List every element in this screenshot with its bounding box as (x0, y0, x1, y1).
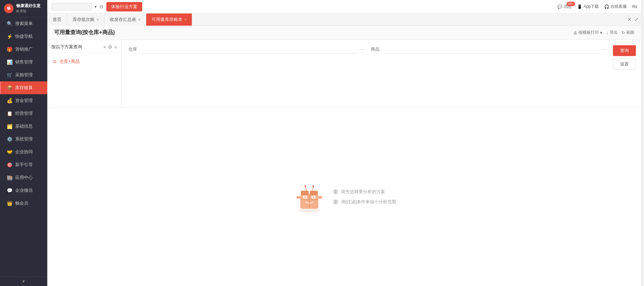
refresh-label: 刷新 (626, 30, 635, 35)
sidebar-item-icon-search: 🔍 (6, 21, 12, 26)
tip-num-2: 2 (333, 199, 338, 205)
topbar-message-btn[interactable]: 💬 消息 99+ (557, 4, 572, 9)
sidebar: 畅 畅康通好生意 标准版 🔍 搜索菜单 ⚡ 快捷导航 🎁 营销推广 📊 销售管理… (0, 0, 47, 286)
message-badge: 99+ (567, 2, 575, 6)
tab-batch-label: 库存批次账 (73, 17, 95, 23)
tab-summary[interactable]: 收发存汇总表 × (104, 14, 146, 26)
sidebar-item-inventory[interactable]: 📦 库存核算 (0, 81, 47, 94)
sidebar-item-search[interactable]: 🔍 搜索菜单 (0, 17, 47, 30)
tab-available[interactable]: 可用量库存账本 × (146, 14, 192, 26)
sidebar-item-icon-enterprise: 🤝 (6, 149, 12, 155)
topbar-industry-button[interactable]: 体验行业方案 (106, 2, 142, 11)
empty-tips: 1 请先选择要分析的方案 2 用[过滤]条件来缩小分析范围 (333, 189, 396, 205)
scheme-collapse-icon[interactable]: « (114, 44, 117, 50)
action-panel: 查询 设置 (613, 40, 641, 107)
tab-expand-btn[interactable]: ⤢ (634, 16, 639, 23)
sidebar-item-icon-member: 👑 (6, 201, 12, 206)
page-title: 可用量查询(按仓库+商品) (54, 29, 115, 36)
topbar-dropdown-icon[interactable]: ▾ (95, 4, 97, 9)
sidebar-item-label-purchase: 采购管理 (15, 72, 33, 78)
filter-settings-button[interactable]: 设置 (613, 59, 636, 70)
filter-goods-field: 商品 ··· (371, 45, 607, 53)
scheme-item-warehouse-goods[interactable]: ⊙ 仓库+商品 (47, 56, 121, 67)
sidebar-item-label-basic: 基础信息 (15, 123, 33, 129)
sidebar-item-icon-system: ⚙️ (6, 136, 12, 142)
tab-home-label: 首页 (53, 17, 61, 23)
print-label: 按模板打印 (578, 30, 599, 35)
topbar-service-btn[interactable]: 🎧 在线客服 (604, 4, 627, 9)
sidebar-item-icon-sales: 📊 (6, 59, 12, 65)
filter-goods-more[interactable]: ··· (602, 46, 606, 52)
tab-close-btn[interactable]: ✕ (627, 16, 632, 23)
scheme-add-icon[interactable]: + (103, 44, 106, 50)
topbar-app-btn[interactable]: 📱 App下载 (577, 4, 599, 9)
empty-tip-1: 1 请先选择要分析的方案 (333, 189, 396, 195)
sidebar-item-operation[interactable]: 📋 经营管理 (0, 107, 47, 120)
filter-warehouse-input[interactable] (141, 45, 357, 53)
sidebar-item-marketing[interactable]: 🎁 营销推广 (0, 43, 47, 56)
app-label: App下载 (584, 4, 599, 9)
scheme-settings-icon[interactable]: ⚙ (108, 44, 112, 50)
sidebar-item-wechat[interactable]: 💬 企业微信 (0, 184, 47, 197)
sidebar-item-sales[interactable]: 📊 销售管理 (0, 56, 47, 69)
refresh-btn[interactable]: ↻ 刷新 (622, 30, 635, 35)
sidebar-item-newbie[interactable]: 🎯 新手引导 (0, 158, 47, 171)
print-dropdown-icon[interactable]: ▾ (600, 30, 602, 35)
tab-home[interactable]: 首页 (47, 14, 67, 26)
refresh-icon: ↻ (622, 30, 625, 35)
sidebar-item-finance[interactable]: 💰 资金管理 (0, 94, 47, 107)
scheme-panel-title: 按以下方案查询 (51, 44, 82, 50)
tab-summary-close[interactable]: × (138, 18, 140, 22)
sidebar-item-label-sales: 销售管理 (15, 59, 33, 65)
sidebar-item-enterprise[interactable]: 🤝 企业协同 (0, 146, 47, 158)
sidebar-item-icon-purchase: 🛒 (6, 72, 12, 78)
svg-line-12 (305, 187, 306, 191)
print-btn[interactable]: 🖨 按模板打印 ▾ (573, 30, 602, 35)
tab-batch[interactable]: 库存批次账 × (67, 14, 104, 26)
topbar-search-input[interactable] (51, 3, 92, 10)
main-area: ▾ ⚙ 体验行业方案 💬 消息 99+ 📱 App下载 🎧 在线客服 Rit (47, 0, 641, 286)
sidebar-item-icon-finance: 💰 (6, 98, 12, 103)
sidebar-item-label-finance: 资金管理 (15, 98, 33, 104)
sidebar-scroll-down[interactable]: ▼ (0, 277, 47, 286)
page-header-actions: 🖨 按模板打印 ▾ ↓ 导出 ↻ 刷新 (573, 30, 635, 35)
topbar-gear-icon[interactable]: ⚙ (99, 4, 104, 9)
svg-line-14 (312, 187, 313, 191)
sidebar-item-shortcut[interactable]: ⚡ 快捷导航 (0, 30, 47, 43)
svg-rect-8 (304, 197, 306, 198)
sidebar-title: 畅康通好生意 (16, 3, 41, 9)
scheme-panel-header: 按以下方案查询 + ⚙ « (47, 44, 121, 53)
export-btn[interactable]: ↓ 导出 (606, 30, 618, 35)
service-label: 在线客服 (611, 4, 627, 9)
scheme-panel-actions: + ⚙ « (103, 44, 117, 50)
sidebar-item-basic[interactable]: 🗂️ 基础信息 (0, 120, 47, 133)
sidebar-item-member[interactable]: 👑 畅会员 (0, 197, 47, 210)
app-icon: 📱 (577, 4, 582, 9)
empty-illustration (292, 180, 326, 214)
sidebar-item-label-marketing: 营销推广 (15, 46, 33, 52)
sidebar-item-icon-basic: 🗂️ (6, 124, 12, 129)
filter-row-1: 仓库 ··· 商品 ··· (128, 45, 606, 53)
sidebar-subtitle: 标准版 (16, 9, 41, 14)
sidebar-item-icon-appstore: 🏬 (6, 175, 12, 180)
page-content: 可用量查询(按仓库+商品) 🖨 按模板打印 ▾ ↓ 导出 ↻ 刷新 (47, 26, 641, 286)
sidebar-item-icon-operation: 📋 (6, 111, 12, 116)
filter-warehouse-more[interactable]: ··· (359, 46, 364, 52)
filter-panel: 仓库 ··· 商品 ··· (122, 40, 613, 107)
tip-num-1: 1 (333, 189, 338, 194)
filter-goods-input[interactable] (384, 45, 599, 53)
topbar-user-btn[interactable]: Rit (632, 4, 637, 9)
svg-rect-10 (297, 196, 301, 199)
sidebar-item-icon-shortcut: ⚡ (6, 34, 12, 39)
query-button[interactable]: 查询 (613, 45, 636, 56)
sidebar-item-purchase[interactable]: 🛒 采购管理 (0, 69, 47, 81)
sidebar-item-icon-inventory: 📦 (6, 85, 12, 90)
sidebar-header: 畅 畅康通好生意 标准版 (0, 0, 47, 17)
svg-rect-11 (318, 196, 323, 199)
sidebar-item-appstore[interactable]: 🏬 应用中心 (0, 171, 47, 184)
sidebar-item-label-wechat: 企业微信 (15, 187, 33, 193)
sidebar-item-system[interactable]: ⚙️ 系统管理 (0, 133, 47, 146)
tab-batch-close[interactable]: × (97, 18, 99, 22)
tab-available-close[interactable]: × (184, 18, 186, 22)
filter-warehouse-label: 仓库 (128, 46, 138, 52)
